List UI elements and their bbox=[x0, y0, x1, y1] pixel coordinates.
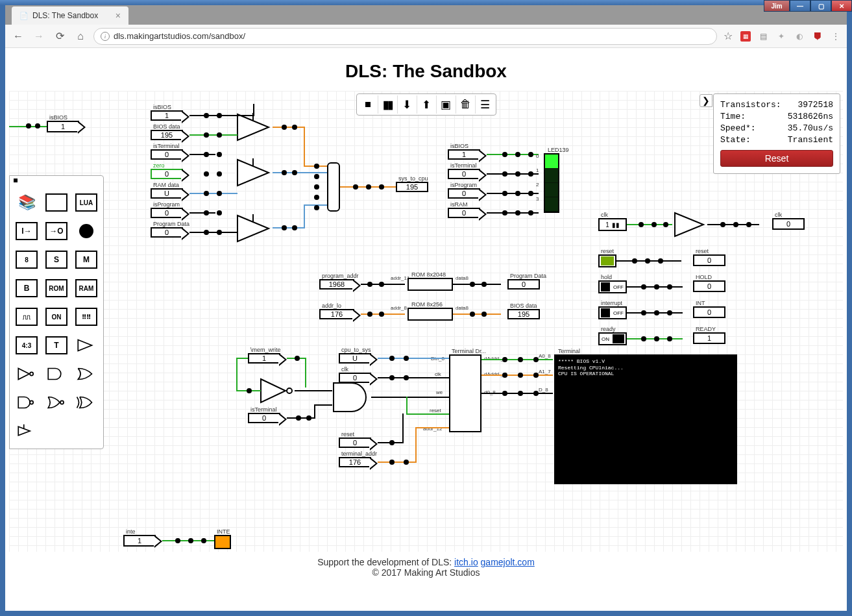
input-bios-data[interactable]: 195 bbox=[151, 130, 183, 140]
switch-hold[interactable]: OFF bbox=[598, 280, 627, 293]
download-button[interactable]: ⬇ bbox=[397, 95, 417, 114]
footer-link-itchio[interactable]: itch.io bbox=[454, 557, 478, 567]
site-info-icon[interactable]: i bbox=[101, 32, 110, 41]
rom-2048[interactable] bbox=[408, 278, 453, 291]
reset-button[interactable]: Reset bbox=[720, 150, 833, 167]
palette-lua-icon[interactable]: LUA bbox=[72, 189, 101, 216]
palette-s-icon[interactable]: S bbox=[42, 246, 71, 273]
input-isterminal2[interactable]: 0 bbox=[248, 413, 280, 423]
palette-clock-icon[interactable]: ⎍⎍ bbox=[12, 303, 41, 330]
window-minimize-button[interactable]: — bbox=[790, 0, 810, 12]
output-ready[interactable]: 1 bbox=[693, 332, 725, 344]
palette-blank-icon[interactable] bbox=[42, 189, 71, 216]
extension-evernote-icon[interactable]: ✦ bbox=[775, 31, 787, 42]
switch-ready[interactable]: ON bbox=[598, 332, 627, 345]
tristate-gate-2[interactable] bbox=[236, 158, 275, 187]
terminal-display[interactable]: ***** BIOS v1.V Resetting CPUlniac... CP… bbox=[554, 354, 737, 484]
stats-collapse-button[interactable]: ❯ bbox=[700, 94, 712, 107]
and-gate[interactable] bbox=[332, 382, 374, 413]
input-isterminal[interactable]: 0 bbox=[151, 149, 183, 160]
input-led-isram[interactable]: 0 bbox=[448, 208, 480, 218]
palette-rom-icon[interactable]: ROM bbox=[42, 275, 71, 302]
input-inte[interactable]: 1 bbox=[123, 535, 156, 547]
not-gate-memwrite[interactable] bbox=[260, 378, 296, 404]
home-button[interactable]: ⌂ bbox=[73, 29, 88, 44]
switch-interrupt[interactable]: OFF bbox=[598, 306, 627, 319]
window-maximize-button[interactable]: ▢ bbox=[810, 0, 831, 12]
palette-dotmatrix-icon[interactable]: ⠿⠿ bbox=[72, 303, 101, 330]
palette-handle[interactable] bbox=[14, 179, 18, 182]
palette-ram-icon[interactable]: RAM bbox=[72, 275, 101, 302]
palette-output-icon[interactable]: →O bbox=[42, 217, 71, 245]
select-button[interactable]: ▣ bbox=[436, 95, 456, 114]
input-addr-lo[interactable]: 176 bbox=[319, 309, 354, 319]
output-clk[interactable]: 0 bbox=[772, 218, 805, 230]
delete-button[interactable]: 🗑 bbox=[456, 95, 475, 114]
output-hold[interactable]: 0 bbox=[693, 280, 725, 292]
tristate-gate-3[interactable] bbox=[236, 214, 275, 243]
clock-source[interactable]: 1▮▮ bbox=[598, 218, 627, 231]
input-ram-data[interactable]: U bbox=[151, 188, 183, 199]
input-program-addr[interactable]: 1968 bbox=[319, 279, 354, 290]
input-reset2[interactable]: 0 bbox=[339, 437, 371, 448]
palette-display-icon[interactable]: 4:3 bbox=[12, 332, 41, 359]
terminal-driver-block[interactable] bbox=[449, 354, 481, 432]
back-button[interactable]: ← bbox=[10, 29, 26, 44]
input-led-isprogram[interactable]: 0 bbox=[448, 188, 480, 199]
palette-xor-icon[interactable] bbox=[72, 389, 101, 416]
input-clk2[interactable]: 0 bbox=[339, 373, 371, 383]
palette-b-icon[interactable]: B bbox=[12, 275, 41, 302]
forward-button[interactable]: → bbox=[31, 29, 47, 44]
input-isprogram[interactable]: 0 bbox=[151, 208, 183, 218]
palette-tristate-icon[interactable] bbox=[12, 417, 41, 445]
extension-todoist-icon[interactable]: ▦ bbox=[740, 31, 751, 42]
input-led-isterminal[interactable]: 0 bbox=[448, 169, 480, 179]
input-terminal-addr[interactable]: 176 bbox=[339, 457, 371, 467]
circuit-canvas[interactable]: ▮▮ ⬇ ⬆ ▣ 🗑 ☰ ❯ Transistors:3972518 Time:… bbox=[9, 91, 843, 552]
input-program-data[interactable]: 0 bbox=[151, 227, 183, 238]
reload-button[interactable]: ⟳ bbox=[52, 29, 67, 44]
output-int[interactable]: 0 bbox=[693, 306, 725, 318]
output-reset[interactable]: 0 bbox=[693, 254, 725, 266]
palette-led-icon[interactable] bbox=[72, 217, 101, 245]
switch-reset[interactable] bbox=[598, 254, 616, 267]
stop-button[interactable] bbox=[358, 95, 378, 114]
palette-nand-icon[interactable] bbox=[12, 389, 41, 416]
mux-block[interactable] bbox=[327, 162, 340, 212]
input-cpu-to-sys[interactable]: U bbox=[339, 353, 371, 363]
palette-not-icon[interactable] bbox=[12, 360, 41, 388]
palette-input-icon[interactable]: I→ bbox=[12, 217, 41, 245]
input-mem-write[interactable]: 1 bbox=[248, 353, 280, 363]
tristate-gate-1[interactable] bbox=[236, 113, 275, 142]
chrome-menu-icon[interactable]: ⋮ bbox=[830, 31, 842, 42]
window-close-button[interactable]: ✕ bbox=[831, 0, 852, 12]
palette-7seg-icon[interactable]: 8 bbox=[12, 246, 41, 273]
output-inte[interactable] bbox=[214, 535, 231, 549]
palette-or-icon[interactable] bbox=[72, 360, 101, 388]
input-led-isbios[interactable]: 1 bbox=[448, 149, 480, 160]
palette-library-icon[interactable] bbox=[12, 189, 41, 216]
palette-on-icon[interactable]: ON bbox=[42, 303, 71, 330]
pause-button[interactable]: ▮▮ bbox=[378, 95, 397, 114]
output-program-data[interactable]: 0 bbox=[507, 279, 540, 290]
address-bar[interactable]: i dls.makingartstudios.com/sandbox/ bbox=[93, 28, 717, 45]
palette-t-icon[interactable]: T bbox=[42, 332, 71, 359]
extension-rss-icon[interactable]: ▤ bbox=[757, 31, 769, 42]
footer-link-gamejolt[interactable]: gamejolt.com bbox=[481, 557, 535, 567]
input-isbios[interactable]: 1 bbox=[151, 110, 183, 121]
rom-256[interactable] bbox=[408, 308, 453, 321]
palette-and-icon[interactable] bbox=[42, 360, 71, 388]
tab-close-icon[interactable]: × bbox=[116, 10, 121, 21]
palette-buffer-icon[interactable] bbox=[72, 332, 101, 359]
input-zero[interactable]: 0 bbox=[151, 169, 183, 179]
bookmark-star-icon[interactable]: ☆ bbox=[722, 31, 734, 42]
output-sys-to-cpu[interactable]: 195 bbox=[396, 182, 428, 192]
palette-m-icon[interactable]: M bbox=[72, 246, 101, 273]
menu-button[interactable]: ☰ bbox=[475, 95, 494, 114]
upload-button[interactable]: ⬆ bbox=[417, 95, 436, 114]
extension-sync-icon[interactable]: ◐ bbox=[794, 31, 805, 42]
output-bios-data[interactable]: 195 bbox=[507, 309, 540, 319]
browser-tab[interactable]: DLS: The Sandbox × bbox=[12, 6, 128, 25]
output-isbios-left[interactable]: 1 bbox=[47, 121, 79, 132]
buffer-clk[interactable] bbox=[674, 212, 709, 238]
